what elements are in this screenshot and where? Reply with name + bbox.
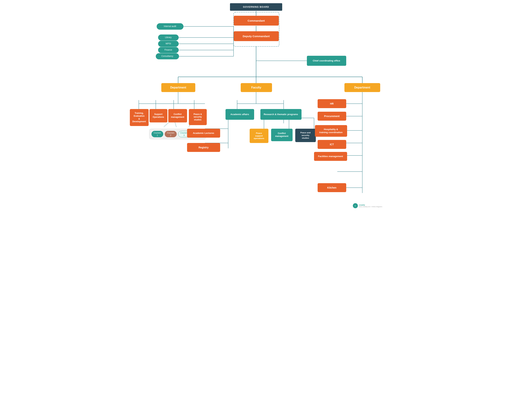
finance-node: Finance [158, 47, 179, 53]
training-eval-node: Training, Evaluation & Development [130, 109, 149, 126]
commandant-node: Commandant [234, 16, 279, 26]
courses2-node: Courses 2 [165, 131, 177, 137]
conflict-mgmt-left-node: Conflict management [168, 109, 187, 122]
governing-board-node: GOVERNING BOARD [230, 3, 282, 11]
conflict-mgmt-mid-node: Conflict management [271, 129, 293, 141]
dept-right-node: Department [344, 83, 380, 92]
consultancy-node: Consultancy [156, 53, 179, 59]
internal-audit-node: Internal audit [157, 23, 183, 30]
creately-logo: C [353, 203, 358, 208]
faculty-node: Faculty [241, 83, 272, 92]
wpsi-node: WPSI [158, 41, 179, 47]
watermark: C creately www.creately.com • Online Dia… [353, 203, 382, 208]
watermark-text: creately www.creately.com • Online Diagr… [359, 204, 382, 208]
academic-affairs-node: Academic affairs [226, 109, 254, 120]
ict-node: ICT [318, 140, 346, 149]
peace-security-mid-node: Peace and security studies [295, 129, 316, 142]
support-ops-node: Support Operations [150, 109, 167, 122]
research-thematic-node: Research & thematic programs [260, 109, 302, 120]
dept-left-node: Department [161, 83, 195, 92]
peace-security-left-node: Peace & security studies [189, 109, 207, 125]
hr-node: HR [318, 99, 346, 108]
courses1-node: Courses 1 [152, 131, 163, 137]
chief-coord-node: Chief coordinating office [307, 56, 346, 66]
peace-support-ops-node: Peace support operations [250, 129, 268, 143]
deputy-commandant-node: Deputy Commandant [234, 31, 279, 41]
academic-lectures-node: Academic Lectures [187, 129, 220, 138]
hospitality-node: Hospitality & training coordination [315, 125, 347, 137]
procurement-node: Procurement [318, 112, 346, 121]
library-node: Library [158, 35, 179, 41]
diagram-container: GOVERNING BOARD Commandant Deputy Comman… [128, 0, 384, 210]
facilities-node: Facilities management [314, 152, 347, 161]
registry-node: Registry [187, 143, 220, 152]
kitchen-node: Kitchen [318, 183, 346, 192]
